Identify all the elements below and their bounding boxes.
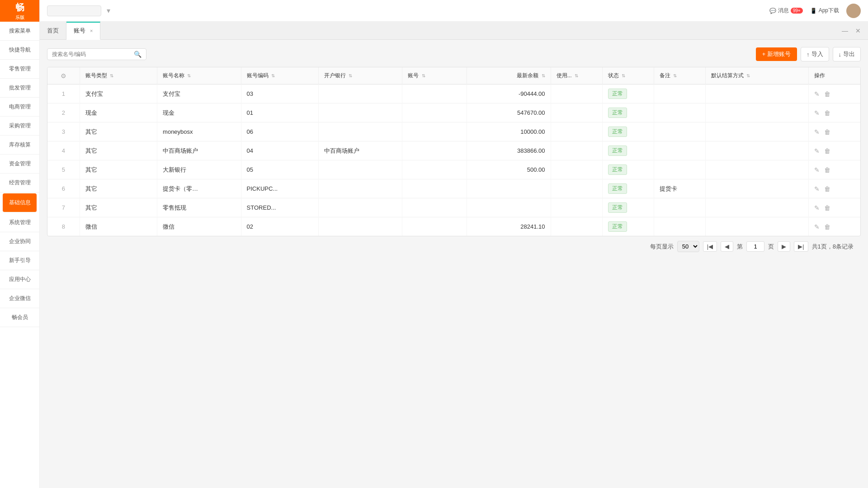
page-last-button[interactable]: ▶|: [794, 241, 808, 252]
cell-operation: ✎ 🗑: [809, 160, 860, 179]
table-header-row: ⚙ 账号类型 ⇅ 账号名称 ⇅ 账号编码 ⇅ 开户银行 ⇅ 账号 ⇅ 最新余额 …: [47, 67, 860, 84]
sidebar-item-0[interactable]: 搜索菜单: [0, 22, 39, 41]
import-button[interactable]: ↑ 导入: [801, 47, 829, 61]
th-bank[interactable]: 开户银行 ⇅: [318, 67, 402, 84]
edit-icon[interactable]: ✎: [814, 223, 820, 230]
app-download-button[interactable]: 📱 App下载: [810, 7, 839, 14]
cell-operation: ✎ 🗑: [809, 179, 860, 198]
cell-bank: [318, 160, 402, 179]
edit-icon[interactable]: ✎: [814, 166, 820, 174]
table-row: 7 其它 零售抵现 STORED... 正常 ✎ 🗑: [47, 198, 860, 217]
sidebar-item-6[interactable]: 库存核算: [0, 136, 39, 155]
delete-icon[interactable]: 🗑: [824, 90, 830, 98]
total-label: 共1页，8条记录: [812, 243, 854, 251]
tab-minimize-button[interactable]: —: [840, 25, 850, 36]
page-input[interactable]: [746, 241, 764, 252]
sidebar-item-4[interactable]: 电商管理: [0, 98, 39, 117]
table-row: 4 其它 中百商场账户 04 中百商场账户 383866.00 正常 ✎ 🗑: [47, 141, 860, 160]
sidebar-item-15[interactable]: 畅会员: [0, 308, 39, 327]
tab-close-button[interactable]: ✕: [854, 25, 863, 36]
delete-icon[interactable]: 🗑: [824, 128, 830, 136]
cell-name: 支付宝: [157, 84, 241, 103]
delete-icon[interactable]: 🗑: [824, 166, 830, 174]
edit-icon[interactable]: ✎: [814, 128, 820, 136]
search-icon[interactable]: 🔍: [134, 51, 142, 58]
cell-type: 微信: [80, 217, 157, 236]
sidebar-item-9[interactable]: 基础信息: [3, 193, 37, 212]
sidebar-item-8[interactable]: 经营管理: [0, 174, 39, 192]
cell-name: 提货卡（零…: [157, 179, 241, 198]
sidebar-item-5[interactable]: 采购管理: [0, 117, 39, 136]
cell-use: [551, 141, 602, 160]
th-settle[interactable]: 默认结算方式 ⇅: [705, 67, 808, 84]
sidebar-item-7[interactable]: 资金管理: [0, 155, 39, 174]
app-download-label: App下载: [819, 7, 839, 14]
cell-num: 4: [47, 141, 80, 160]
message-button[interactable]: 💬 消息 99+: [769, 7, 803, 14]
sidebar-item-13[interactable]: 应用中心: [0, 270, 39, 289]
th-type[interactable]: 账号类型 ⇅: [80, 67, 157, 84]
edit-icon[interactable]: ✎: [814, 185, 820, 192]
topbar: ▾ 💬 消息 99+ 📱 App下载: [40, 0, 868, 22]
sidebar-item-10[interactable]: 系统管理: [0, 213, 39, 232]
th-name[interactable]: 账号名称 ⇅: [157, 67, 241, 84]
cell-settle: [705, 198, 808, 217]
edit-icon[interactable]: ✎: [814, 90, 820, 98]
page-size-select[interactable]: 50: [677, 241, 699, 252]
cell-bank: [318, 122, 402, 141]
add-account-button[interactable]: + 新增账号: [756, 47, 797, 61]
table-row: 2 现金 现金 01 547670.00 正常 ✎ 🗑: [47, 103, 860, 122]
cell-num: 6: [47, 179, 80, 198]
delete-icon[interactable]: 🗑: [824, 223, 830, 230]
page-prev-button[interactable]: ◀: [721, 241, 733, 252]
sidebar-item-11[interactable]: 企业协同: [0, 232, 39, 251]
th-balance[interactable]: 最新余额 ⇅: [467, 67, 551, 84]
th-code[interactable]: 账号编码 ⇅: [241, 67, 318, 84]
edit-icon[interactable]: ✎: [814, 109, 820, 117]
cell-remark: [654, 217, 705, 236]
sidebar-item-3[interactable]: 批发管理: [0, 79, 39, 98]
cell-remark: [654, 141, 705, 160]
delete-icon[interactable]: 🗑: [824, 204, 830, 211]
cell-type: 其它: [80, 141, 157, 160]
cell-code: 01: [241, 103, 318, 122]
edit-icon[interactable]: ✎: [814, 204, 820, 211]
topbar-dropdown-icon[interactable]: ▾: [107, 6, 110, 15]
sidebar-item-2[interactable]: 零售管理: [0, 60, 39, 79]
cell-account: [402, 103, 467, 122]
settings-icon[interactable]: ⚙: [61, 72, 66, 80]
topbar-search-input[interactable]: [47, 5, 101, 16]
cell-account: [402, 198, 467, 217]
tab-account-close[interactable]: ×: [90, 28, 93, 33]
th-use[interactable]: 使用... ⇅: [551, 67, 602, 84]
th-remark[interactable]: 备注 ⇅: [654, 67, 705, 84]
table-row: 3 其它 moneybosx 06 10000.00 正常 ✎ 🗑: [47, 122, 860, 141]
sidebar-item-12[interactable]: 新手引导: [0, 251, 39, 270]
sidebar-item-14[interactable]: 企业微信: [0, 289, 39, 308]
status-badge: 正常: [608, 89, 627, 99]
export-button[interactable]: ↓ 导出: [833, 47, 861, 61]
cell-type: 支付宝: [80, 84, 157, 103]
th-status[interactable]: 状态 ⇅: [602, 67, 654, 84]
cell-num: 1: [47, 84, 80, 103]
cell-bank: [318, 179, 402, 198]
sidebar-item-1[interactable]: 快捷导航: [0, 41, 39, 60]
table-row: 8 微信 微信 02 28241.10 正常 ✎ 🗑: [47, 217, 860, 236]
delete-icon[interactable]: 🗑: [824, 109, 830, 117]
cell-operation: ✎ 🗑: [809, 122, 860, 141]
avatar[interactable]: [846, 4, 861, 18]
cell-operation: ✎ 🗑: [809, 141, 860, 160]
th-settings[interactable]: ⚙: [47, 67, 80, 84]
page-first-button[interactable]: |◀: [703, 241, 717, 252]
delete-icon[interactable]: 🗑: [824, 185, 830, 192]
cell-name: 中百商场账户: [157, 141, 241, 160]
tab-account[interactable]: 账号 ×: [66, 22, 100, 40]
page-next-button[interactable]: ▶: [778, 241, 790, 252]
search-input[interactable]: [52, 51, 131, 57]
th-account[interactable]: 账号 ⇅: [402, 67, 467, 84]
message-badge: 99+: [791, 8, 803, 14]
tab-home[interactable]: 首页: [40, 22, 66, 40]
edit-icon[interactable]: ✎: [814, 147, 820, 155]
delete-icon[interactable]: 🗑: [824, 147, 830, 155]
cell-bank: [318, 198, 402, 217]
